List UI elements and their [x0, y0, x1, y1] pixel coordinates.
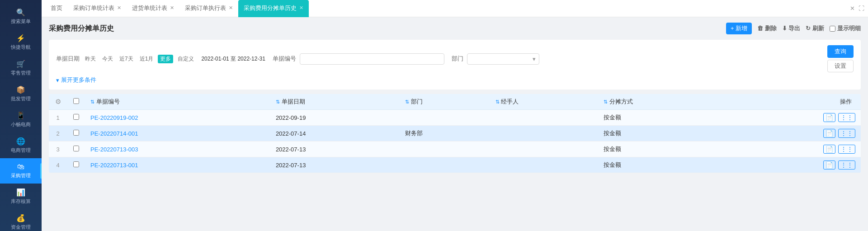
sidebar-item-wholesale[interactable]: 📦 批发管理: [0, 81, 42, 107]
sidebar-item-ecommerce[interactable]: 🌐 电商管理: [0, 132, 42, 158]
shortcut-more[interactable]: 更多: [158, 55, 173, 63]
tab-goods-in-stats[interactable]: 进货单统计表 ✕: [127, 0, 179, 17]
delete-button[interactable]: 🗑 删除: [757, 24, 777, 33]
row-dept-2: [400, 141, 490, 157]
row-date-1: 2022-07-14: [270, 126, 400, 141]
sidebar-item-inventory[interactable]: 📊 库存核算: [0, 184, 42, 209]
row-select-0[interactable]: [73, 114, 79, 120]
order-no-link-3[interactable]: PE-20220713-001: [90, 162, 138, 169]
row-split-method-3: 按金额: [598, 157, 725, 173]
table-settings-icon[interactable]: ⚙: [55, 98, 61, 105]
sidebar-item-purchase[interactable]: 🛍 采购管理: [0, 158, 42, 184]
tab-purchase-fee-history-close[interactable]: ✕: [299, 5, 303, 11]
order-no-link-1[interactable]: PE-20220714-001: [90, 130, 138, 137]
search-icon: 🔍: [2, 8, 40, 17]
table-header-row: ⚙ ⇅ 单据编号 ⇅ 单据日期: [49, 94, 861, 110]
display-toggle-label: 显示明细: [837, 24, 861, 33]
row-order-no-0: PE-20220919-002: [85, 110, 270, 126]
col-settings: ⚙: [49, 94, 67, 110]
ecommerce-icon: 🌐: [2, 137, 40, 146]
sidebar-item-finance[interactable]: 💰 资金管理: [0, 209, 42, 231]
col-handler-header[interactable]: ⇅ 经手人: [490, 94, 598, 110]
content-area: 采购费用分摊单历史 + 新增 🗑 删除 ⬇ 导出 ↻ 刷新 显示明细 单据日期: [42, 17, 868, 231]
row-select-3[interactable]: [73, 161, 79, 167]
col-split-method-header[interactable]: ⇅ 分摊方式: [598, 94, 725, 110]
row-checkbox-1: [67, 126, 85, 141]
shortcut-custom[interactable]: 自定义: [176, 55, 196, 63]
col-date-header[interactable]: ⇅ 单据日期: [270, 94, 400, 110]
shortcut-today[interactable]: 今天: [100, 55, 115, 63]
display-toggle[interactable]: 显示明细: [830, 24, 861, 33]
row-num-0: 1: [49, 110, 67, 126]
shortcut-7days[interactable]: 近7天: [118, 55, 135, 63]
row-more-icon-0[interactable]: ⋮⋮: [838, 113, 855, 122]
table-row: 3 PE-20220713-003 2022-07-13 按金额 📄 ⋮⋮: [49, 141, 861, 157]
select-all-checkbox[interactable]: [73, 98, 79, 104]
row-split-method-2: 按金额: [598, 141, 725, 157]
tab-purchase-order-exec-close[interactable]: ✕: [229, 5, 233, 11]
sidebar-item-search[interactable]: 🔍 搜索菜单: [0, 4, 42, 29]
sidebar-item-retail-label: 零售管理: [11, 70, 31, 75]
search-row-1: 单据日期 昨天 今天 近7天 近1月 更多 自定义 2022-01-01 至 2…: [56, 45, 854, 72]
row-order-no-1: PE-20220714-001: [85, 126, 270, 141]
order-no-link-0[interactable]: PE-20220919-002: [90, 114, 138, 121]
search-buttons: 查询 设置: [827, 45, 854, 72]
col-actions-header: 操作: [725, 94, 861, 110]
refresh-button[interactable]: ↻ 刷新: [806, 24, 824, 33]
row-view-icon-0[interactable]: 📄: [823, 113, 835, 122]
tab-purchase-fee-history[interactable]: 采购费用分摊单历史 ✕: [238, 0, 309, 17]
order-no-input[interactable]: [300, 53, 444, 65]
shortcut-1month[interactable]: 近1月: [138, 55, 156, 63]
add-button[interactable]: + 新增: [726, 23, 752, 34]
dept-field: 部门 财务部: [452, 53, 614, 65]
tab-goods-in-stats-close[interactable]: ✕: [170, 5, 174, 11]
expand-more[interactable]: ▾ 展开更多条件: [56, 76, 854, 84]
tab-bar: 首页 采购订单统计表 ✕ 进货单统计表 ✕ 采购订单执行表 ✕ 采购费用分摊单历…: [42, 0, 868, 17]
expand-more-label: 展开更多条件: [61, 76, 96, 84]
close-all-tabs-icon[interactable]: ✕: [850, 5, 855, 12]
col-order-no-header[interactable]: ⇅ 单据编号: [85, 94, 270, 110]
search-panel: 单据日期 昨天 今天 近7天 近1月 更多 自定义 2022-01-01 至 2…: [49, 40, 861, 90]
tab-purchase-order-exec[interactable]: 采购订单执行表 ✕: [179, 0, 238, 17]
main-area: 首页 采购订单统计表 ✕ 进货单统计表 ✕ 采购订单执行表 ✕ 采购费用分摊单历…: [42, 0, 868, 231]
row-view-icon-3[interactable]: 📄: [823, 160, 835, 170]
display-toggle-checkbox[interactable]: [830, 26, 835, 32]
col-sort-icon: ⇅: [90, 99, 94, 104]
col-sort-icon-dept: ⇅: [405, 99, 409, 104]
data-table: ⚙ ⇅ 单据编号 ⇅ 单据日期: [49, 94, 861, 173]
tab-purchase-order-stats-close[interactable]: ✕: [117, 5, 121, 11]
export-button[interactable]: ⬇ 导出: [782, 24, 801, 33]
setting-button[interactable]: 设置: [827, 60, 854, 72]
finance-icon: 💰: [2, 214, 40, 222]
row-view-icon-1[interactable]: 📄: [823, 129, 835, 138]
row-more-icon-3[interactable]: ⋮⋮: [838, 160, 855, 170]
col-dept-header[interactable]: ⇅ 部门: [400, 94, 490, 110]
table-row: 1 PE-20220919-002 2022-09-19 按金额 📄 ⋮⋮: [49, 110, 861, 126]
tab-goods-in-stats-label: 进货单统计表: [132, 4, 167, 12]
date-label: 单据日期: [56, 55, 80, 63]
order-no-field: 单据编号: [273, 53, 444, 65]
mini-icon: 📱: [2, 111, 40, 120]
maximize-icon[interactable]: ⛶: [859, 5, 864, 12]
query-button[interactable]: 查询: [827, 45, 854, 58]
tab-purchase-order-stats[interactable]: 采购订单统计表 ✕: [68, 0, 127, 17]
row-handler-3: [490, 157, 598, 173]
shortcut-yesterday[interactable]: 昨天: [83, 55, 98, 63]
row-more-icon-2[interactable]: ⋮⋮: [838, 145, 855, 154]
sidebar-item-mini[interactable]: 📱 小畅电商: [0, 107, 42, 132]
sidebar-item-wholesale-label: 批发管理: [11, 96, 31, 101]
sidebar-item-retail[interactable]: 🛒 零售管理: [0, 55, 42, 81]
row-checkbox-0: [67, 110, 85, 126]
tab-home[interactable]: 首页: [45, 0, 68, 17]
row-more-icon-1[interactable]: ⋮⋮: [838, 129, 855, 138]
order-no-link-2[interactable]: PE-20220713-003: [90, 146, 138, 153]
row-select-2[interactable]: [73, 146, 79, 151]
dept-select[interactable]: 财务部: [467, 53, 539, 65]
tab-actions: ✕ ⛶: [850, 5, 864, 12]
col-sort-icon-split: ⇅: [604, 99, 608, 104]
sidebar-item-quick[interactable]: ⚡ 快捷导航: [0, 29, 42, 55]
row-select-1[interactable]: [73, 130, 79, 136]
date-shortcuts: 昨天 今天 近7天 近1月 更多 自定义: [83, 55, 196, 63]
row-view-icon-2[interactable]: 📄: [823, 145, 835, 154]
row-split-method-1: 按金额: [598, 126, 725, 141]
